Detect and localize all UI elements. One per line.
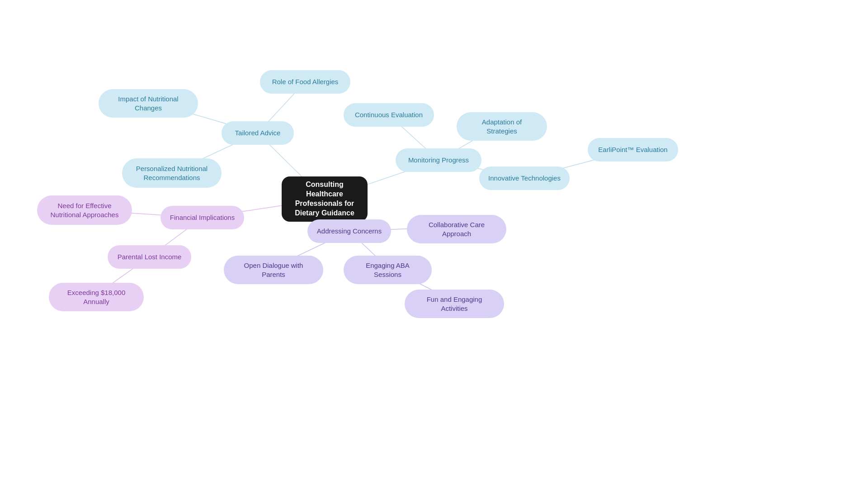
collaborative-care-node: Collaborative Care Approach bbox=[407, 215, 506, 243]
monitoring-progress-node: Monitoring Progress bbox=[396, 148, 481, 172]
engaging-aba-node: Engaging ABA Sessions bbox=[344, 256, 432, 284]
mindmap-container: Consulting Healthcare Professionals for … bbox=[0, 0, 868, 490]
need-nutritional-node: Need for Effective Nutritional Approache… bbox=[37, 195, 132, 225]
exceeding-18000-node: Exceeding $18,000 Annually bbox=[49, 283, 144, 311]
center-node: Consulting Healthcare Professionals for … bbox=[282, 176, 368, 222]
earlipoint-eval-node: EarliPoint™ Evaluation bbox=[588, 138, 678, 162]
fun-activities-node: Fun and Engaging Activities bbox=[405, 290, 504, 318]
impact-nutritional-node: Impact of Nutritional Changes bbox=[99, 89, 198, 118]
tailored-advice-node: Tailored Advice bbox=[222, 121, 294, 145]
role-food-allergies-node: Role of Food Allergies bbox=[260, 70, 350, 94]
financial-implications-node: Financial Implications bbox=[160, 206, 244, 229]
addressing-concerns-node: Addressing Concerns bbox=[307, 219, 391, 243]
personalized-nutrition-node: Personalized Nutritional Recommendations bbox=[122, 158, 222, 188]
parental-lost-income-node: Parental Lost Income bbox=[108, 245, 191, 269]
continuous-eval-node: Continuous Evaluation bbox=[344, 103, 434, 127]
open-dialogue-node: Open Dialogue with Parents bbox=[224, 256, 323, 284]
innovative-tech-node: Innovative Technologies bbox=[479, 167, 570, 190]
adaptation-strategies-node: Adaptation of Strategies bbox=[457, 112, 547, 141]
